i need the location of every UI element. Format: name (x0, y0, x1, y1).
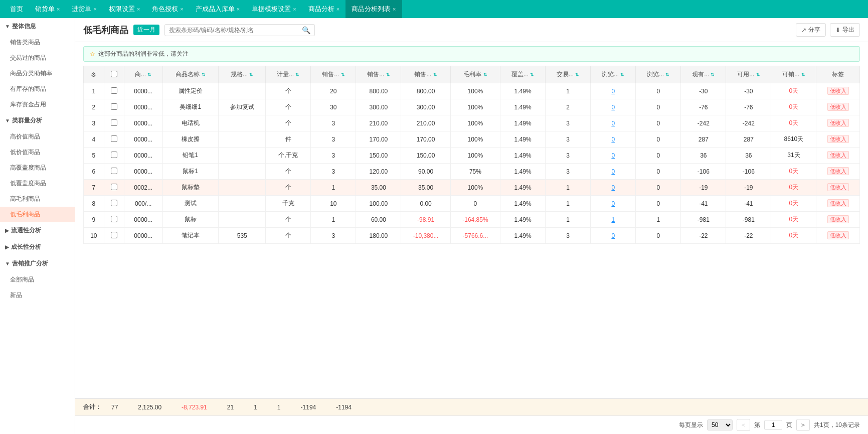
nav-close-icon-6[interactable]: × (293, 6, 296, 12)
views-link[interactable]: 0 (611, 104, 615, 111)
sort-icon[interactable]: ⇅ (620, 72, 624, 77)
cell-views1[interactable]: 0 (591, 131, 636, 148)
cell-views1[interactable]: 0 (591, 196, 636, 212)
page-input[interactable] (764, 420, 782, 430)
sidebar-item-1-4[interactable]: 高毛利商品 (0, 191, 75, 207)
sidebar-group-1[interactable]: ▼类群量分析 (0, 112, 75, 129)
cell-views1[interactable]: 1 (591, 212, 636, 228)
sidebar-item-1-0[interactable]: 高价值商品 (0, 129, 75, 144)
row-checkbox[interactable] (111, 87, 117, 94)
row-checkbox[interactable] (111, 152, 117, 158)
col-checkbox[interactable] (104, 66, 124, 83)
table-area[interactable]: ⚙ 商... ⇅ 商品名称 ⇅ 规格... ⇅ 计量... ⇅ 销售... ⇅ … (75, 66, 868, 398)
sidebar-group-2[interactable]: ▶流通性分析 (0, 222, 75, 239)
row-checkbox[interactable] (111, 232, 117, 238)
nav-item-5[interactable]: 产成品入库单× (190, 0, 246, 18)
row-checkbox[interactable] (111, 184, 117, 190)
nav-close-icon-4[interactable]: × (180, 6, 183, 12)
sort-icon[interactable]: ⇅ (295, 72, 299, 77)
page-size-select[interactable]: 50 100 (707, 419, 733, 430)
nav-item-2[interactable]: 进货单× (66, 0, 102, 18)
sidebar-item-1-3[interactable]: 低覆盖度商品 (0, 176, 75, 191)
export-button[interactable]: ⬇ 导出 (830, 23, 860, 37)
select-all-checkbox[interactable] (111, 71, 117, 77)
cell-tag[interactable]: 低收入 (816, 131, 860, 148)
sidebar-item-1-1[interactable]: 低价值商品 (0, 144, 75, 160)
views-link[interactable]: 0 (611, 136, 615, 143)
nav-item-0[interactable]: 首页 (4, 0, 29, 18)
cell-tag[interactable]: 低收入 (816, 164, 860, 180)
sort-icon[interactable]: ⇅ (386, 72, 390, 77)
cell-tag[interactable]: 低收入 (816, 99, 860, 115)
nav-item-1[interactable]: 销货单× (29, 0, 66, 18)
sort-icon[interactable]: ⇅ (801, 72, 805, 77)
cell-views1[interactable]: 0 (591, 164, 636, 180)
nav-item-7[interactable]: 商品分析× (302, 0, 345, 18)
row-checkbox[interactable] (111, 168, 117, 174)
sidebar-item-1-2[interactable]: 高覆盖度商品 (0, 160, 75, 176)
nav-item-3[interactable]: 权限设置× (103, 0, 146, 18)
sidebar-item-1-5[interactable]: 低毛利商品 (0, 207, 75, 222)
sort-icon[interactable]: ⇅ (147, 72, 151, 77)
views-link[interactable]: 0 (611, 200, 615, 207)
prev-page-button[interactable]: ＜ (737, 419, 750, 431)
sort-icon[interactable]: ⇅ (575, 72, 579, 77)
sidebar-item-4-1[interactable]: 新品 (0, 287, 75, 303)
sort-icon[interactable]: ⇅ (483, 72, 487, 77)
share-button[interactable]: ↗ 分享 (796, 23, 826, 37)
sort-icon[interactable]: ⇅ (756, 72, 760, 77)
sort-icon[interactable]: ⇅ (433, 72, 437, 77)
sidebar-item-0-1[interactable]: 交易过的商品 (0, 50, 75, 66)
sidebar-item-4-0[interactable]: 全部商品 (0, 272, 75, 287)
nav-item-6[interactable]: 单据模板设置× (246, 0, 302, 18)
sort-icon[interactable]: ⇅ (341, 72, 345, 77)
sort-icon[interactable]: ⇅ (530, 72, 534, 77)
nav-close-icon-5[interactable]: × (237, 6, 240, 12)
nav-close-icon-1[interactable]: × (57, 6, 60, 12)
cell-tag[interactable]: 低收入 (816, 83, 860, 99)
nav-item-4[interactable]: 角色授权× (146, 0, 189, 18)
row-checkbox[interactable] (111, 216, 117, 222)
views-link[interactable]: 0 (611, 120, 615, 127)
next-page-button[interactable]: ＞ (796, 419, 810, 431)
views-link[interactable]: 0 (611, 184, 615, 191)
row-checkbox[interactable] (111, 103, 117, 110)
row-checkbox[interactable] (111, 135, 117, 142)
sidebar-item-0-0[interactable]: 销售类商品 (0, 35, 75, 50)
nav-item-8[interactable]: 商品分析列表× (345, 0, 402, 18)
views-link[interactable]: 0 (611, 232, 615, 239)
nav-close-icon-7[interactable]: × (336, 6, 339, 12)
sidebar-item-0-3[interactable]: 有库存的商品 (0, 81, 75, 97)
sidebar-group-0[interactable]: ▼整体信息 (0, 18, 75, 35)
sort-icon[interactable]: ⇅ (711, 72, 715, 77)
cell-views1[interactable]: 0 (591, 99, 636, 115)
nav-close-icon-2[interactable]: × (93, 6, 96, 12)
sidebar-item-0-2[interactable]: 商品分类助销率 (0, 66, 75, 81)
nav-close-icon-8[interactable]: × (393, 6, 396, 12)
sort-icon[interactable]: ⇅ (202, 72, 206, 77)
cell-tag[interactable]: 低收入 (816, 228, 860, 244)
sidebar-group-3[interactable]: ▶成长性分析 (0, 239, 75, 255)
cell-tag[interactable]: 低收入 (816, 212, 860, 228)
row-checkbox[interactable] (111, 200, 117, 206)
sidebar-item-0-4[interactable]: 库存资金占用 (0, 97, 75, 112)
views-link[interactable]: 0 (611, 152, 615, 159)
cell-views1[interactable]: 0 (591, 148, 636, 164)
cell-views1[interactable]: 0 (591, 83, 636, 99)
sort-icon[interactable]: ⇅ (665, 72, 669, 77)
cell-tag[interactable]: 低收入 (816, 180, 860, 196)
views-link[interactable]: 1 (611, 216, 615, 223)
time-filter-button[interactable]: 近一月 (133, 25, 159, 35)
cell-views1[interactable]: 0 (591, 180, 636, 196)
search-input[interactable] (169, 27, 302, 34)
views-link[interactable]: 0 (611, 168, 615, 175)
cell-tag[interactable]: 低收入 (816, 196, 860, 212)
cell-tag[interactable]: 低收入 (816, 115, 860, 131)
nav-close-icon-3[interactable]: × (137, 6, 140, 12)
sort-icon[interactable]: ⇅ (249, 72, 253, 77)
views-link[interactable]: 0 (611, 88, 615, 95)
cell-views1[interactable]: 0 (591, 115, 636, 131)
cell-tag[interactable]: 低收入 (816, 148, 860, 164)
row-checkbox[interactable] (111, 119, 117, 126)
col-settings[interactable]: ⚙ (84, 66, 104, 83)
